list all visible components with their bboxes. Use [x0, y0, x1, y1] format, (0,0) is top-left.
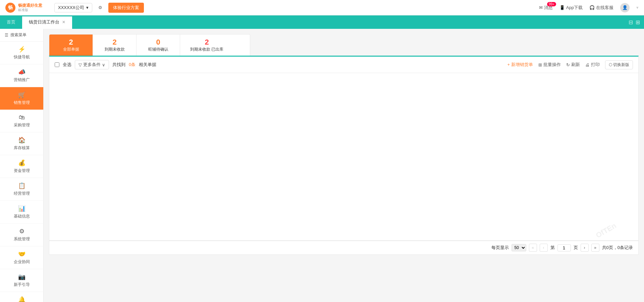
sidebar-item-label: 销售管理 — [14, 100, 30, 106]
page-number-input[interactable] — [557, 244, 571, 251]
stat-tab-shipped[interactable]: 2 到期未收款 已出库 — [180, 35, 233, 56]
sidebar-item-guide[interactable]: 📷 新手引导 — [0, 269, 43, 292]
online-service-label: 在线客服 — [596, 5, 613, 11]
sidebar-item-finance[interactable]: 💰 资金管理 — [0, 155, 43, 178]
stats-tabs: 2 全部单据 2 到期未收款 0 旺辅待确认 2 到期未收款 已出库 — [49, 34, 250, 56]
sidebar-item-system[interactable]: ⚙ 系统管理 — [0, 224, 43, 246]
print-button[interactable]: 🖨 打印 — [585, 62, 600, 68]
company-name: XXXXXX公司 — [58, 5, 84, 11]
prev-page-button[interactable]: ‹ — [540, 244, 548, 252]
sidebar-item-cooperation[interactable]: 🤝 企业协同 — [0, 246, 43, 269]
print-icon: 🖨 — [585, 62, 590, 67]
search-menu-button[interactable]: ☰ 搜索菜单 — [0, 29, 43, 42]
tab-workbench[interactable]: 钱货日清工作台 ✕ — [22, 15, 72, 29]
sidebar-item-label: 快捷导航 — [14, 54, 30, 60]
stat-all-label: 全部单据 — [63, 47, 79, 52]
app-download-button[interactable]: 📱 App下载 — [559, 5, 583, 11]
tab-minimize-button[interactable]: ⊟ — [629, 19, 633, 25]
first-page-button[interactable]: « — [529, 244, 537, 252]
new-sale-order-label: + 新增销货单 — [507, 62, 533, 68]
toolbar: 全选 ▽ 更多条件 ∨ 共找到 0条 相关单据 + 新增销货单 ⊞ 批量操作 ↻… — [49, 56, 639, 73]
sidebar: ☰ 搜索菜单 ⚡ 快捷导航 📣 营销推广 🛒 销售管理 🛍 采购管理 🏠 库存核… — [0, 29, 44, 302]
last-page-button[interactable]: » — [591, 244, 599, 252]
logo-area: 畅 畅捷通好生意 标准版 — [5, 3, 49, 13]
logo-icon: 畅 — [5, 3, 15, 13]
search-menu-label: 搜索菜单 — [10, 32, 26, 38]
stat-shipped-num: 2 — [190, 38, 223, 47]
switch-version-label: 切换新版 — [613, 62, 629, 67]
sidebar-item-operation[interactable]: 📋 经营管理 — [0, 178, 43, 201]
tab-home[interactable]: 首页 — [0, 15, 22, 29]
more-filter-label: 更多条件 — [83, 62, 101, 68]
sidebar-item-label: 采购管理 — [14, 122, 30, 128]
marketing-icon: 📣 — [18, 68, 25, 76]
message-button[interactable]: ✉ 消息 99+ — [539, 5, 553, 11]
print-label: 打印 — [591, 62, 600, 68]
per-page-select[interactable]: 50 — [512, 244, 526, 251]
company-selector[interactable]: XXXXXX公司 ▾ — [54, 3, 92, 12]
user-icon: 👤 — [622, 5, 628, 10]
sidebar-item-quick-nav[interactable]: ⚡ 快捷导航 — [0, 42, 43, 64]
basic-icon: 📊 — [18, 205, 25, 212]
sidebar-item-appstore[interactable]: 🔔 应用中心 — [0, 292, 43, 302]
sidebar-item-label: 系统管理 — [14, 236, 30, 242]
stat-shipped-label: 到期未收款 已出库 — [190, 47, 223, 52]
tab-bar: 首页 钱货日清工作台 ✕ ⊟ ⊞ — [0, 15, 644, 29]
new-sale-order-button[interactable]: + 新增销货单 — [506, 62, 533, 68]
trial-button[interactable]: 体验行业方案 — [108, 3, 144, 13]
sidebar-item-sales[interactable]: 🛒 销售管理 — [0, 87, 43, 110]
batch-icon: ⊞ — [538, 62, 542, 67]
chevron-down-icon: ▾ — [86, 5, 89, 10]
first-icon: « — [532, 245, 534, 250]
sidebar-item-basic[interactable]: 📊 基础信息 — [0, 201, 43, 224]
filter-icon: ▽ — [78, 62, 82, 67]
toolbar-right: + 新增销货单 ⊞ 批量操作 ↻ 刷新 🖨 打印 ⬡ 切换新版 — [506, 60, 633, 69]
main-content: 2 全部单据 2 到期未收款 0 旺辅待确认 2 到期未收款 已出库 全选 ▽ … — [44, 29, 644, 302]
finance-icon: 💰 — [18, 159, 25, 167]
switch-icon: ⬡ — [609, 62, 612, 67]
refresh-button[interactable]: ↻ 刷新 — [566, 62, 580, 68]
table-area — [49, 73, 639, 241]
stat-all-num: 2 — [59, 38, 83, 47]
logo-text: 畅捷通好生意 标准版 — [18, 3, 42, 12]
toolbar-left: 全选 ▽ 更多条件 ∨ 共找到 0条 相关单据 — [55, 60, 156, 69]
settings-button[interactable]: ⚙ — [96, 3, 105, 12]
per-page-label: 每页显示 — [491, 245, 509, 251]
inventory-icon: 🏠 — [18, 136, 25, 144]
sidebar-item-label: 新手引导 — [14, 282, 30, 288]
page-suffix: 页 — [574, 245, 578, 251]
search-icon: ☰ — [5, 33, 8, 38]
switch-version-button[interactable]: ⬡ 切换新版 — [605, 60, 633, 69]
message-badge: 99+ — [547, 2, 556, 6]
more-filter-button[interactable]: ▽ 更多条件 ∨ — [75, 60, 109, 69]
system-icon: ⚙ — [19, 228, 24, 235]
stat-tab-overdue[interactable]: 2 到期未收款 — [93, 35, 137, 56]
service-icon: 🎧 — [589, 5, 595, 10]
sidebar-item-purchase[interactable]: 🛍 采购管理 — [0, 110, 43, 132]
sidebar-item-label: 企业协同 — [14, 259, 30, 265]
sidebar-item-label: 营销推广 — [14, 77, 30, 83]
tab-close-button[interactable]: ✕ — [62, 20, 65, 24]
avatar[interactable]: 👤 — [620, 3, 630, 12]
batch-operation-button[interactable]: ⊞ 批量操作 — [538, 62, 561, 68]
tab-maximize-button[interactable]: ⊞ — [636, 19, 640, 25]
tab-workbench-label: 钱货日清工作台 — [29, 19, 59, 25]
dropdown-icon: ∨ — [102, 62, 105, 67]
app-download-label: App下载 — [566, 5, 583, 11]
stat-wangfu-label: 旺辅待确认 — [148, 47, 168, 52]
appstore-icon: 🔔 — [18, 296, 25, 302]
logo-subtitle: 标准版 — [18, 8, 42, 12]
select-all-checkbox[interactable] — [55, 62, 59, 67]
online-service-button[interactable]: 🎧 在线客服 — [589, 5, 613, 11]
sidebar-item-inventory[interactable]: 🏠 库存核算 — [0, 132, 43, 155]
stat-tab-wangfu[interactable]: 0 旺辅待确认 — [137, 35, 180, 56]
refresh-label: 刷新 — [571, 62, 580, 68]
next-page-button[interactable]: › — [581, 244, 589, 252]
stat-tab-all[interactable]: 2 全部单据 — [49, 35, 93, 56]
refresh-icon: ↻ — [566, 62, 570, 67]
sidebar-item-label: 基础信息 — [14, 214, 30, 219]
sidebar-item-marketing[interactable]: 📣 营销推广 — [0, 64, 43, 87]
found-suffix: 相关单据 — [139, 62, 156, 68]
user-menu-button[interactable]: ▾ — [636, 5, 639, 10]
total-records: 共0页，0条记录 — [602, 245, 633, 251]
